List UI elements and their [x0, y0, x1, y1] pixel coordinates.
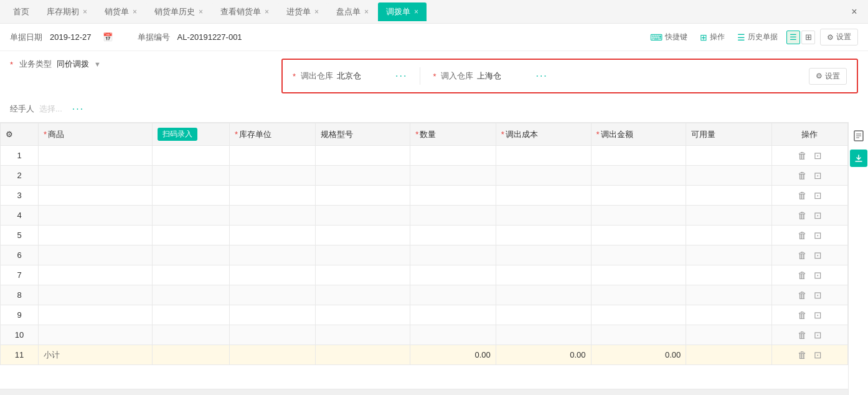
unit-cell-9[interactable]: [230, 305, 315, 325]
product-cell-2[interactable]: [39, 166, 153, 186]
copy-btn-4[interactable]: ⊡: [811, 209, 824, 222]
copy-btn-5[interactable]: ⊡: [811, 229, 824, 242]
cost-cell-1[interactable]: [496, 146, 591, 166]
delete-btn-9[interactable]: 🗑: [795, 308, 809, 321]
side-export-icon[interactable]: [850, 150, 867, 167]
qty-cell-6[interactable]: [410, 245, 496, 265]
tab-sales-history[interactable]: 销货单历史 ×: [146, 2, 211, 21]
copy-icon-11[interactable]: ⊡: [811, 348, 824, 361]
delete-btn-3[interactable]: 🗑: [795, 189, 809, 202]
spec-cell-3[interactable]: [315, 186, 410, 206]
cost-cell-10[interactable]: [496, 325, 591, 345]
scroll-bar[interactable]: [0, 389, 848, 395]
product-cell-10[interactable]: [39, 325, 153, 345]
delete-icon-11[interactable]: 🗑: [795, 348, 809, 361]
tab-close-inventory-init[interactable]: ×: [83, 8, 87, 16]
grid-view-button[interactable]: ⊞: [801, 31, 815, 44]
cost-cell-6[interactable]: [496, 245, 591, 265]
qty-cell-8[interactable]: [410, 285, 496, 305]
copy-btn-1[interactable]: ⊡: [811, 149, 824, 162]
qty-cell-10[interactable]: [410, 325, 496, 345]
copy-btn-10[interactable]: ⊡: [811, 328, 824, 341]
delete-btn-7[interactable]: 🗑: [795, 269, 809, 282]
tab-purchase-order[interactable]: 进货单 ×: [278, 2, 327, 21]
tab-view-sales[interactable]: 查看销货单 ×: [212, 2, 277, 21]
tab-close-sales-order[interactable]: ×: [133, 8, 137, 16]
product-cell-7[interactable]: [39, 265, 153, 285]
handler-select[interactable]: 选择...: [39, 103, 62, 115]
cost-cell-7[interactable]: [496, 265, 591, 285]
side-doc-icon[interactable]: [850, 127, 867, 145]
warehouse-settings-button[interactable]: ⚙ 设置: [809, 68, 847, 85]
copy-btn-7[interactable]: ⊡: [811, 269, 824, 282]
amount-cell-7[interactable]: [591, 265, 686, 285]
qty-cell-1[interactable]: [410, 146, 496, 166]
tab-inventory-init[interactable]: 库存期初 ×: [39, 2, 95, 21]
amount-cell-9[interactable]: [591, 305, 686, 325]
delete-btn-4[interactable]: 🗑: [795, 209, 809, 222]
product-cell-9[interactable]: [39, 305, 153, 325]
unit-cell-7[interactable]: [230, 265, 315, 285]
cost-cell-8[interactable]: [496, 285, 591, 305]
delete-btn-1[interactable]: 🗑: [795, 149, 809, 162]
list-view-button[interactable]: ☰: [786, 31, 800, 44]
product-cell-4[interactable]: [39, 206, 153, 226]
copy-btn-3[interactable]: ⊡: [811, 189, 824, 202]
handler-dots[interactable]: ···: [72, 103, 84, 115]
qty-cell-9[interactable]: [410, 305, 496, 325]
calendar-icon[interactable]: 📅: [103, 32, 113, 42]
biz-type-select[interactable]: 同价调拨 ▼: [57, 59, 101, 70]
spec-cell-9[interactable]: [315, 305, 410, 325]
delete-btn-5[interactable]: 🗑: [795, 229, 809, 242]
product-cell-3[interactable]: [39, 186, 153, 206]
delete-btn-10[interactable]: 🗑: [795, 328, 809, 341]
tab-sales-order[interactable]: 销货单 ×: [97, 2, 145, 21]
spec-cell-4[interactable]: [315, 206, 410, 226]
qty-cell-3[interactable]: [410, 186, 496, 206]
shortcut-action[interactable]: ⌨ 快捷键: [646, 31, 691, 44]
out-warehouse-dots[interactable]: ···: [395, 70, 407, 82]
cost-cell-5[interactable]: [496, 226, 591, 245]
amount-cell-10[interactable]: [591, 325, 686, 345]
spec-cell-5[interactable]: [315, 226, 410, 245]
cost-cell-4[interactable]: [496, 206, 591, 226]
qty-cell-2[interactable]: [410, 166, 496, 186]
delete-btn-6[interactable]: 🗑: [795, 249, 809, 262]
operation-action[interactable]: ⊞ 操作: [696, 31, 729, 44]
in-warehouse-dots[interactable]: ···: [535, 70, 547, 82]
tab-close-transfer[interactable]: ×: [414, 8, 418, 16]
tab-close-inventory-count[interactable]: ×: [364, 8, 369, 16]
out-warehouse-value[interactable]: 北京仓: [337, 70, 387, 82]
copy-btn-8[interactable]: ⊡: [811, 288, 824, 302]
amount-cell-5[interactable]: [591, 226, 686, 245]
unit-cell-1[interactable]: [230, 146, 315, 166]
cost-cell-9[interactable]: [496, 305, 591, 325]
spec-cell-6[interactable]: [315, 245, 410, 265]
qty-cell-5[interactable]: [410, 226, 496, 245]
delete-btn-8[interactable]: 🗑: [795, 288, 809, 302]
amount-cell-1[interactable]: [591, 146, 686, 166]
tab-inventory-count[interactable]: 盘点单 ×: [328, 2, 377, 21]
qty-cell-7[interactable]: [410, 265, 496, 285]
unit-cell-5[interactable]: [230, 226, 315, 245]
unit-cell-6[interactable]: [230, 245, 315, 265]
unit-cell-4[interactable]: [230, 206, 315, 226]
unit-cell-8[interactable]: [230, 285, 315, 305]
amount-cell-8[interactable]: [591, 285, 686, 305]
unit-cell-2[interactable]: [230, 166, 315, 186]
spec-cell-1[interactable]: [315, 146, 410, 166]
spec-cell-10[interactable]: [315, 325, 410, 345]
unit-cell-10[interactable]: [230, 325, 315, 345]
spec-cell-8[interactable]: [315, 285, 410, 305]
qty-cell-4[interactable]: [410, 206, 496, 226]
spec-cell-7[interactable]: [315, 265, 410, 285]
tab-close-sales-history[interactable]: ×: [199, 8, 203, 16]
tab-close-view-sales[interactable]: ×: [265, 8, 269, 16]
col-gear[interactable]: ⚙: [1, 123, 39, 146]
table-container[interactable]: ⚙ 商品 扫码录入 库存单位 规格型号 数量 调出成本 调出金额 可用量: [0, 122, 848, 389]
settings-button[interactable]: ⚙ 设置: [820, 29, 858, 45]
unit-cell-3[interactable]: [230, 186, 315, 206]
amount-cell-2[interactable]: [591, 166, 686, 186]
cost-cell-3[interactable]: [496, 186, 591, 206]
tab-close-purchase-order[interactable]: ×: [314, 8, 319, 16]
